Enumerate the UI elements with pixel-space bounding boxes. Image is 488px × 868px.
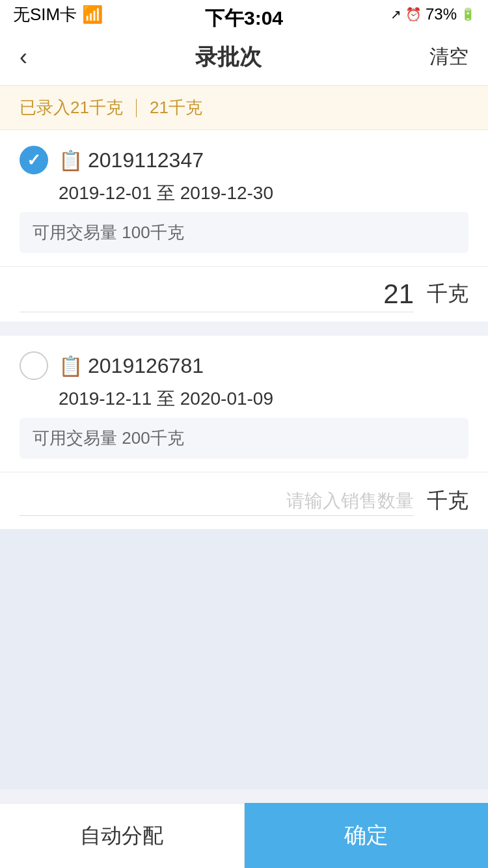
batch-1-id-row: 📋 2019112347	[59, 148, 204, 172]
batch-2-id-row: 📋 2019126781	[59, 354, 204, 378]
batch-2-header: 📋 2019126781	[0, 336, 488, 387]
carrier-label: 无SIM卡	[13, 3, 77, 26]
batch-1-radio[interactable]	[20, 146, 48, 174]
battery-label: 73%	[426, 5, 457, 23]
confirm-button[interactable]: 确定	[245, 803, 489, 868]
battery-icon: 🔋	[461, 7, 475, 21]
info-divider	[136, 99, 137, 117]
batch-2-input-underline[interactable]	[20, 485, 414, 516]
batch-item-1: 📋 2019112347 2019-12-01 至 2019-12-30 可用交…	[0, 130, 488, 321]
batch-1-qty-value: 21	[383, 278, 414, 310]
status-bar: 无SIM卡 📶 下午3:04 ↗ ⏰ 73% 🔋	[0, 0, 488, 29]
section-divider	[0, 323, 488, 336]
batch-2-input-row: 千克	[0, 472, 488, 529]
batch-1-header: 📋 2019112347	[0, 130, 488, 181]
batch-1-qty-row: 21 千克	[0, 266, 488, 321]
batch-2-available: 可用交易量 200千克	[20, 418, 468, 459]
batch-2-qty-input[interactable]	[20, 485, 414, 513]
batch-2-date: 2019-12-11 至 2020-01-09	[0, 387, 488, 418]
clear-button[interactable]: 清空	[429, 44, 468, 70]
page-title: 录批次	[195, 42, 262, 72]
recorded-label: 已录入21千克	[20, 96, 123, 119]
batch-2-qty-unit: 千克	[427, 487, 468, 515]
alarm-icon: ⏰	[405, 7, 422, 22]
total-label: 21千克	[150, 96, 202, 119]
wifi-icon: 📶	[82, 5, 103, 25]
location-icon: ↗	[390, 7, 401, 22]
batch-item-2: 📋 2019126781 2019-12-11 至 2020-01-09 可用交…	[0, 336, 488, 529]
batch-1-available: 可用交易量 100千克	[20, 212, 468, 253]
batch-1-qty-unit: 千克	[427, 280, 468, 308]
batch-2-icon: 📋	[59, 355, 83, 377]
batch-2-id: 2019126781	[88, 354, 204, 378]
batch-1-date: 2019-12-01 至 2019-12-30	[0, 181, 488, 212]
nav-bar: ‹ 录批次 清空	[0, 29, 488, 86]
batch-2-radio[interactable]	[20, 351, 48, 380]
batch-1-id: 2019112347	[88, 148, 204, 172]
status-time: 下午3:04	[205, 5, 283, 32]
batch-1-icon: 📋	[59, 149, 83, 172]
auto-distribute-button[interactable]: 自动分配	[0, 803, 245, 868]
status-left: 无SIM卡 📶	[13, 3, 103, 26]
back-button[interactable]: ‹	[20, 44, 27, 71]
empty-area	[0, 529, 488, 789]
batch-1-qty-underline: 21	[20, 278, 414, 310]
info-banner: 已录入21千克 21千克	[0, 86, 488, 130]
status-right: ↗ ⏰ 73% 🔋	[390, 5, 475, 23]
bottom-bar: 自动分配 确定	[0, 803, 488, 868]
